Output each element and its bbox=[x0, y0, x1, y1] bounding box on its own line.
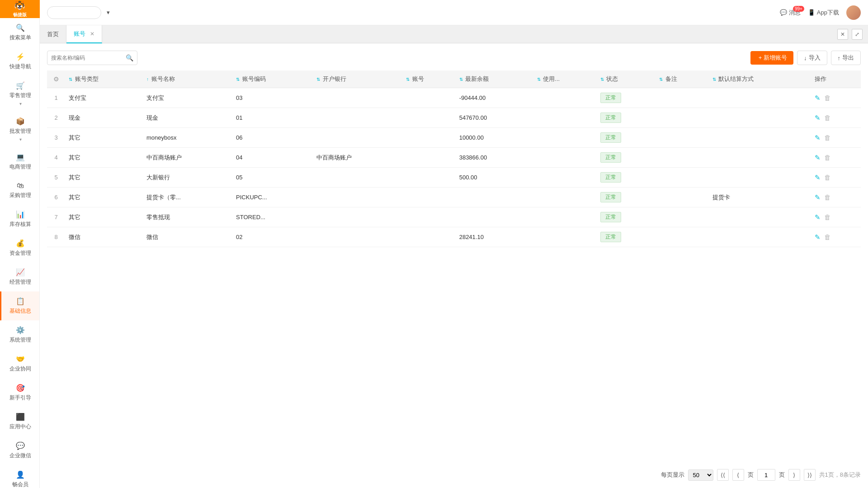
page-number-input[interactable] bbox=[757, 469, 775, 481]
row-code: PICKUPC... bbox=[232, 188, 313, 207]
page-size-select[interactable]: 50 100 bbox=[688, 469, 713, 481]
tab-account[interactable]: 账号 ✕ bbox=[66, 25, 102, 43]
search-input[interactable] bbox=[51, 55, 126, 61]
row-balance: 500.00 bbox=[456, 168, 533, 188]
settings-icon[interactable]: ⚙ bbox=[53, 75, 59, 83]
sidebar-item-label: 新手引导 bbox=[9, 394, 31, 402]
delete-button[interactable]: 🗑 bbox=[824, 174, 831, 182]
col-code[interactable]: ⇅ 账号编码 bbox=[232, 70, 313, 88]
edit-button[interactable]: ✎ bbox=[815, 134, 821, 142]
row-code: 05 bbox=[232, 168, 313, 188]
sidebar-item-operations[interactable]: 📈 经营管理 bbox=[0, 263, 39, 291]
row-type: 其它 bbox=[65, 207, 143, 227]
members-icon: 👤 bbox=[16, 470, 25, 479]
export-button[interactable]: ↑ 导出 bbox=[831, 51, 861, 65]
edit-button[interactable]: ✎ bbox=[815, 94, 821, 102]
table-wrap: ⚙ ⇅ 账号类型 ↑ 账号名称 ⇅ 账号编码 bbox=[47, 70, 861, 464]
add-button-label: + 新增账号 bbox=[759, 54, 787, 62]
edit-button[interactable]: ✎ bbox=[815, 174, 821, 182]
sidebar-item-wholesale[interactable]: 📦 批发管理 ▾ bbox=[0, 112, 39, 147]
export-icon: ↑ bbox=[838, 55, 841, 61]
row-settlement bbox=[709, 108, 811, 128]
ecommerce-icon: 💻 bbox=[16, 153, 25, 161]
tab-home-label: 首页 bbox=[47, 30, 59, 38]
edit-button[interactable]: ✎ bbox=[815, 193, 821, 202]
topbar-dropdown[interactable]: ▾ bbox=[107, 9, 110, 16]
delete-button[interactable]: 🗑 bbox=[824, 154, 831, 162]
row-bank: 中百商场账户 bbox=[313, 148, 402, 168]
col-account[interactable]: ⇅ 账号 bbox=[402, 70, 455, 88]
sort-icon: ⇅ bbox=[236, 77, 240, 82]
row-settlement: 提货卡 bbox=[709, 188, 811, 207]
row-usage bbox=[533, 128, 597, 148]
col-status[interactable]: ⇅ 状态 bbox=[597, 70, 656, 88]
row-account bbox=[402, 108, 455, 128]
delete-button[interactable]: 🗑 bbox=[824, 233, 831, 241]
col-settlement[interactable]: ⇅ 默认结算方式 bbox=[709, 70, 811, 88]
row-balance: 28241.10 bbox=[456, 227, 533, 247]
first-page-btn[interactable]: ⟨⟨ bbox=[717, 469, 729, 481]
delete-button[interactable]: 🗑 bbox=[824, 94, 831, 102]
user-avatar[interactable] bbox=[846, 5, 861, 20]
sidebar-item-shortcuts[interactable]: ⚡ 快捷导航 bbox=[0, 47, 39, 76]
sidebar-item-members[interactable]: 👤 畅会员 bbox=[0, 465, 39, 488]
sidebar-item-ecommerce[interactable]: 💻 电商管理 bbox=[0, 147, 39, 176]
table-row: 8 微信 微信 02 28241.10 正常 ✎ 🗑 bbox=[47, 227, 861, 247]
topbar-search-input[interactable] bbox=[47, 6, 101, 19]
tab-home[interactable]: 首页 bbox=[40, 25, 66, 43]
delete-button[interactable]: 🗑 bbox=[824, 213, 831, 221]
next-page-btn[interactable]: ⟩ bbox=[788, 469, 800, 481]
sidebar-item-basic-info[interactable]: 📋 基础信息 bbox=[0, 291, 39, 320]
col-bank[interactable]: ⇅ 开户银行 bbox=[313, 70, 402, 88]
message-button[interactable]: 💬 消息 99+ bbox=[780, 9, 801, 17]
edit-button[interactable]: ✎ bbox=[815, 233, 821, 241]
tab-close-window-btn[interactable]: ✕ bbox=[837, 29, 848, 40]
edit-button[interactable]: ✎ bbox=[815, 213, 821, 221]
col-name[interactable]: ↑ 账号名称 bbox=[143, 70, 232, 88]
delete-button[interactable]: 🗑 bbox=[824, 134, 831, 142]
col-type[interactable]: ⇅ 账号类型 bbox=[65, 70, 143, 88]
col-usage[interactable]: ⇅ 使用... bbox=[533, 70, 597, 88]
col-remark[interactable]: ⇅ 备注 bbox=[656, 70, 708, 88]
sidebar-item-search[interactable]: 🔍 搜索菜单 bbox=[0, 18, 39, 47]
sidebar-item-purchase[interactable]: 🛍 采购管理 bbox=[0, 176, 39, 205]
sidebar-item-wechat-work[interactable]: 💬 企业微信 bbox=[0, 436, 39, 465]
col-balance[interactable]: ⇅ 最新余额 bbox=[456, 70, 533, 88]
status-badge: 正常 bbox=[600, 93, 621, 103]
col-type-label: 账号类型 bbox=[75, 75, 99, 82]
sort-icon: ↑ bbox=[146, 77, 149, 82]
row-actions: ✎ 🗑 bbox=[811, 108, 861, 128]
delete-button[interactable]: 🗑 bbox=[824, 193, 831, 202]
edit-button[interactable]: ✎ bbox=[815, 114, 821, 122]
row-actions: ✎ 🗑 bbox=[811, 128, 861, 148]
sidebar-item-enterprise[interactable]: 🤝 企业协同 bbox=[0, 349, 39, 378]
tab-close-icon[interactable]: ✕ bbox=[90, 31, 94, 37]
sidebar-item-apps[interactable]: ⬛ 应用中心 bbox=[0, 407, 39, 436]
sidebar-item-retail[interactable]: 🛒 零售管理 ▾ bbox=[0, 76, 39, 112]
sidebar-item-label: 基础信息 bbox=[9, 307, 31, 315]
app-download-button[interactable]: 📱 App下载 bbox=[808, 9, 839, 17]
sort-icon: ⇅ bbox=[69, 77, 72, 82]
row-remark bbox=[656, 148, 708, 168]
col-remark-label: 备注 bbox=[665, 75, 677, 82]
prev-page-btn[interactable]: ⟨ bbox=[732, 469, 744, 481]
sidebar-item-inventory[interactable]: 📊 库存核算 bbox=[0, 205, 39, 234]
status-badge: 正常 bbox=[600, 232, 621, 242]
sidebar-item-guide[interactable]: 🎯 新手引导 bbox=[0, 378, 39, 407]
sidebar-item-finance[interactable]: 💰 资金管理 bbox=[0, 234, 39, 263]
row-code: 02 bbox=[232, 227, 313, 247]
import-button[interactable]: ↓ 导入 bbox=[797, 51, 827, 65]
tab-fullscreen-btn[interactable]: ⤢ bbox=[852, 29, 863, 40]
shortcuts-icon: ⚡ bbox=[16, 52, 25, 61]
row-name: 提货卡（零... bbox=[143, 188, 232, 207]
last-page-btn[interactable]: ⟩⟩ bbox=[804, 469, 816, 481]
search-icon: 🔍 bbox=[126, 54, 133, 61]
sort-icon: ⇅ bbox=[316, 77, 320, 82]
edit-button[interactable]: ✎ bbox=[815, 154, 821, 162]
add-account-button[interactable]: + 新增账号 bbox=[750, 51, 793, 65]
row-account bbox=[402, 188, 455, 207]
app-download-label: App下载 bbox=[817, 9, 839, 17]
sidebar-item-system[interactable]: ⚙️ 系统管理 bbox=[0, 320, 39, 349]
col-gear[interactable]: ⚙ bbox=[47, 70, 65, 88]
delete-button[interactable]: 🗑 bbox=[824, 114, 831, 122]
